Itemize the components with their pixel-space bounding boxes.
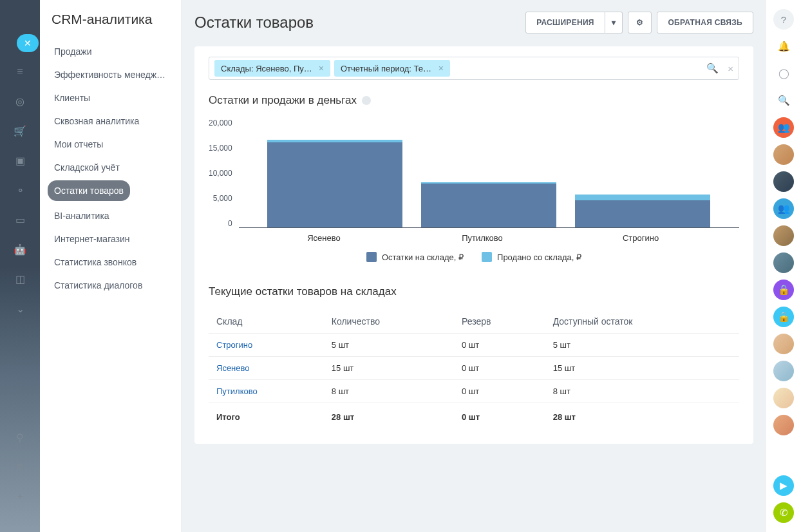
main-content: Остатки товаров РАСШИРЕНИЯ ▾ ⚙ ОБРАТНАЯ …	[182, 0, 766, 532]
content-card: Склады: Ясенево, Пути… × Отчетный период…	[194, 46, 753, 444]
feedback-button[interactable]: ОБРАТНАЯ СВЯЗЬ	[657, 12, 753, 33]
filter-bar[interactable]: Склады: Ясенево, Пути… × Отчетный период…	[209, 57, 739, 80]
legend-item-sold[interactable]: Продано со склада, ₽	[482, 252, 581, 262]
close-panel-button[interactable]: ✕	[17, 34, 39, 52]
legend-item-stock[interactable]: Остатки на складе, ₽	[366, 252, 464, 262]
table-row: Строгино5 шт0 шт5 шт	[209, 334, 739, 357]
phone-icon[interactable]: ✆	[773, 502, 794, 523]
calendar-icon[interactable]: ▣	[10, 151, 30, 170]
avatar[interactable]	[773, 415, 794, 435]
nav-item-stock-balance[interactable]: Остатки товаров	[48, 180, 130, 201]
search-icon[interactable]: 🔍	[706, 62, 719, 74]
th-reserve[interactable]: Резерв	[454, 310, 545, 334]
sitemap-icon[interactable]: ⚲	[10, 428, 30, 447]
box-icon[interactable]: ◫	[10, 269, 30, 289]
stock-table: Склад Количество Резерв Доступный остато…	[209, 310, 739, 428]
nav-item-sales[interactable]: Продажи	[48, 41, 173, 62]
side-panel: CRM-аналитика Продажи Эффективность мене…	[40, 0, 182, 532]
panel-title: CRM-аналитика	[48, 12, 173, 27]
legend-swatch-icon	[482, 252, 492, 262]
plus-icon[interactable]: +	[10, 487, 30, 506]
help-icon[interactable]	[362, 96, 371, 105]
extensions-button[interactable]: РАСШИРЕНИЯ	[525, 12, 605, 33]
nav-item-through-analytics[interactable]: Сквозная аналитика	[48, 111, 173, 131]
table-total-row: Итого28 шт0 шт28 шт	[209, 403, 739, 429]
bell-icon[interactable]: 🔔	[773, 36, 794, 57]
search-icon[interactable]: 🔍	[773, 90, 794, 111]
x-axis-labels: Ясенево Путилково Строгино	[209, 233, 739, 243]
chart-bar[interactable]	[267, 140, 402, 227]
clock-icon[interactable]: ◯	[773, 63, 794, 84]
nav-item-clients[interactable]: Клиенты	[48, 88, 173, 108]
chip-label: Склады: Ясенево, Пути…	[221, 64, 314, 73]
chip-label: Отчетный период: Теку…	[341, 64, 433, 73]
nav-item-my-reports[interactable]: Мои отчеты	[48, 134, 173, 155]
chart-bar[interactable]	[575, 195, 710, 227]
warehouse-link[interactable]: Строгино	[209, 334, 324, 357]
main-header: Остатки товаров РАСШИРЕНИЯ ▾ ⚙ ОБРАТНАЯ …	[194, 12, 753, 33]
nav-item-warehouse[interactable]: Складской учёт	[48, 157, 173, 178]
legend-swatch-icon	[366, 252, 377, 262]
lock-icon[interactable]: 🔒	[773, 307, 794, 327]
chart-legend: Остатки на складе, ₽ Продано со склада, …	[209, 252, 739, 262]
cart-icon[interactable]: 🛒	[10, 121, 30, 140]
lock-icon[interactable]: 🔒	[773, 280, 794, 300]
share-icon[interactable]: ⚬	[10, 180, 30, 200]
extensions-dropdown[interactable]: ▾	[605, 12, 623, 33]
nav-item-call-stats[interactable]: Статистика звонков	[48, 252, 173, 272]
table-row: Ясенево15 шт0 шт15 шт	[209, 357, 739, 380]
nav-item-online-store[interactable]: Интернет-магазин	[48, 229, 173, 249]
chevron-down-icon[interactable]: ⌄	[10, 299, 30, 318]
avatar[interactable]	[773, 144, 794, 165]
avatar[interactable]	[773, 171, 794, 192]
gear-icon[interactable]: ⚙	[10, 457, 30, 477]
group-icon[interactable]: 👥	[773, 198, 794, 219]
chip-close-icon[interactable]: ×	[319, 63, 324, 73]
table-row: Путилково8 шт0 шт8 шт	[209, 380, 739, 403]
nav-item-dialog-stats[interactable]: Статистика диалогов	[48, 275, 173, 296]
section-title-chart: Остатки и продажи в деньгах	[209, 94, 739, 107]
warehouse-link[interactable]: Путилково	[209, 380, 324, 403]
section-title-table: Текущие остатки товаров на складах	[209, 285, 739, 298]
th-warehouse[interactable]: Склад	[209, 310, 324, 334]
chip-close-icon[interactable]: ×	[438, 63, 444, 73]
avatar[interactable]	[773, 225, 794, 246]
filter-chip-warehouses[interactable]: Склады: Ясенево, Пути… ×	[214, 60, 330, 77]
card-icon[interactable]: ▭	[10, 210, 30, 229]
warehouse-link[interactable]: Ясенево	[209, 357, 324, 380]
filter-icon[interactable]: ≡	[10, 62, 30, 81]
video-icon[interactable]: ▶	[773, 475, 794, 496]
stock-chart: 20,000 15,000 10,000 5,000 0	[209, 119, 739, 228]
avatar[interactable]	[773, 388, 794, 408]
avatar[interactable]	[773, 361, 794, 381]
y-axis: 20,000 15,000 10,000 5,000 0	[209, 119, 239, 228]
avatar[interactable]	[773, 334, 794, 354]
nav-item-managers[interactable]: Эффективность менедж…	[48, 64, 173, 85]
target-icon[interactable]: ◎	[10, 91, 30, 111]
th-qty[interactable]: Количество	[324, 310, 454, 334]
avatar[interactable]	[773, 252, 794, 273]
robot-icon[interactable]: 🤖	[10, 240, 30, 259]
left-rail: ⌂ ≡ ◎ 🛒 ▣ ⚬ ▭ 🤖 ◫ ⌄ ⚲ ⚙ +	[0, 0, 40, 532]
filter-chip-period[interactable]: Отчетный период: Теку… ×	[334, 60, 450, 77]
right-rail: ? 🔔 ◯ 🔍 👥 👥 🔒 🔒 ▶ ✆	[766, 0, 801, 532]
nav-item-bi[interactable]: BI-аналитика	[48, 205, 173, 226]
chart-bar[interactable]	[421, 182, 556, 227]
contacts-icon[interactable]: 👥	[773, 117, 794, 138]
th-avail[interactable]: Доступный остаток	[545, 310, 739, 334]
help-icon[interactable]: ?	[773, 9, 794, 30]
page-title: Остатки товаров	[194, 14, 520, 32]
clear-filters-icon[interactable]: ×	[728, 63, 733, 74]
chart-plot	[239, 119, 739, 228]
settings-button[interactable]: ⚙	[628, 12, 652, 33]
extensions-button-group: РАСШИРЕНИЯ ▾	[520, 12, 623, 33]
